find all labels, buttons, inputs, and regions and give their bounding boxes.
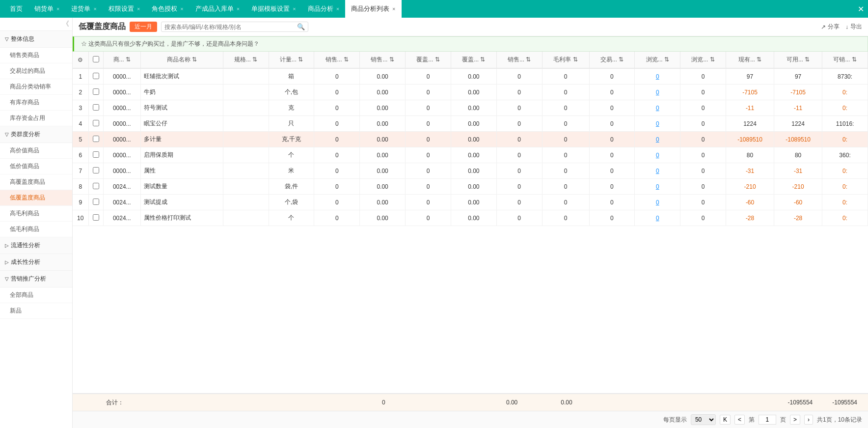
sidebar-item-high-margin[interactable]: 高毛利商品 bbox=[0, 206, 72, 222]
page-size-select[interactable]: 50 20 100 bbox=[691, 414, 716, 425]
nav-analysis-close[interactable]: × bbox=[336, 6, 339, 12]
sidebar-item-low-coverage[interactable]: 低覆盖度商品 bbox=[0, 190, 72, 206]
sidebar-section-overall[interactable]: ▽ 整体信息 bbox=[0, 31, 72, 48]
nav-permissions[interactable]: 权限设置 × bbox=[103, 0, 146, 18]
nav-analysis-list[interactable]: 商品分析列表 × bbox=[345, 0, 401, 18]
row-select-checkbox[interactable] bbox=[93, 136, 99, 142]
col-browse1[interactable]: 浏览... ⇅ bbox=[635, 52, 680, 68]
row-select-checkbox[interactable] bbox=[93, 104, 99, 111]
col-name[interactable]: 商品名称 ⇅ bbox=[140, 52, 223, 68]
row-checkbox[interactable] bbox=[88, 100, 103, 116]
select-all-checkbox[interactable] bbox=[93, 56, 99, 62]
nav-product-entry-close[interactable]: × bbox=[237, 6, 240, 12]
sidebar-item-inventory-capital[interactable]: 库存资金占用 bbox=[0, 111, 72, 126]
col-settings[interactable]: ⚙ bbox=[73, 52, 88, 68]
nav-purchase-close[interactable]: × bbox=[93, 6, 96, 12]
col-unit[interactable]: 计量... ⇅ bbox=[269, 52, 314, 68]
row-browse1[interactable]: 0 bbox=[635, 147, 680, 163]
row-checkbox[interactable] bbox=[88, 116, 103, 132]
nav-role-auth-close[interactable]: × bbox=[180, 6, 183, 12]
row-select-checkbox[interactable] bbox=[93, 73, 99, 79]
export-button[interactable]: ↓ 导出 bbox=[845, 23, 862, 31]
sidebar-item-all-goods[interactable]: 全部商品 bbox=[0, 287, 72, 303]
nav-sales-close[interactable]: × bbox=[56, 6, 59, 12]
col-available[interactable]: 可用... ⇅ bbox=[774, 52, 822, 68]
date-filter-button[interactable]: 近一月 bbox=[130, 22, 157, 32]
row-checkbox[interactable] bbox=[88, 195, 103, 210]
browse-link[interactable]: 0 bbox=[656, 120, 659, 127]
sidebar-item-new-goods[interactable]: 新品 bbox=[0, 303, 72, 319]
sidebar-section-cluster[interactable]: ▽ 类群度分析 bbox=[0, 126, 72, 143]
share-button[interactable]: ↗ 分享 bbox=[821, 23, 840, 31]
close-all-tabs[interactable]: ✕ bbox=[858, 4, 864, 14]
nav-template-settings[interactable]: 单据模板设置 × bbox=[245, 0, 301, 18]
row-select-checkbox[interactable] bbox=[93, 214, 99, 221]
nav-analysis-list-close[interactable]: × bbox=[392, 6, 395, 12]
col-sales-qty[interactable]: 销售... ⇅ bbox=[314, 52, 360, 68]
browse-link[interactable]: 0 bbox=[656, 199, 659, 206]
row-checkbox[interactable] bbox=[88, 68, 103, 85]
row-select-checkbox[interactable] bbox=[93, 151, 99, 158]
row-select-checkbox[interactable] bbox=[93, 120, 99, 126]
col-cover1[interactable]: 覆盖... ⇅ bbox=[406, 52, 451, 68]
browse-link[interactable]: 0 bbox=[656, 183, 659, 190]
nav-home[interactable]: 首页 bbox=[4, 0, 28, 18]
sidebar-item-low-value[interactable]: 低价值商品 bbox=[0, 159, 72, 174]
row-checkbox[interactable] bbox=[88, 179, 103, 195]
sidebar-item-low-margin[interactable]: 低毛利商品 bbox=[0, 222, 72, 237]
browse-link[interactable]: 0 bbox=[656, 215, 659, 222]
row-browse1[interactable]: 0 bbox=[635, 132, 680, 147]
table-container[interactable]: ⚙ 商... ⇅ 商品名称 ⇅ 规格... ⇅ 计量... ⇅ 销售... ⇅ … bbox=[73, 52, 868, 393]
nav-sales[interactable]: 销货单 × bbox=[28, 0, 65, 18]
sidebar-section-growth[interactable]: ▷ 成长性分析 bbox=[0, 254, 72, 271]
browse-link[interactable]: 0 bbox=[656, 168, 659, 174]
col-browse2[interactable]: 浏览... ⇅ bbox=[680, 52, 726, 68]
sidebar-item-in-stock[interactable]: 有库存商品 bbox=[0, 95, 72, 111]
browse-link[interactable]: 0 bbox=[656, 89, 659, 96]
nav-template-close[interactable]: × bbox=[293, 6, 296, 12]
row-select-checkbox[interactable] bbox=[93, 199, 99, 205]
row-browse1[interactable]: 0 bbox=[635, 116, 680, 132]
browse-link[interactable]: 0 bbox=[656, 136, 659, 143]
nav-role-auth[interactable]: 角色授权 × bbox=[146, 0, 189, 18]
col-cover2[interactable]: 覆盖... ⇅ bbox=[451, 52, 496, 68]
row-browse1[interactable]: 0 bbox=[635, 210, 680, 226]
col-spec[interactable]: 规格... ⇅ bbox=[223, 52, 269, 68]
last-page-btn[interactable]: › bbox=[804, 415, 813, 425]
nav-product-analysis[interactable]: 商品分析 × bbox=[302, 0, 345, 18]
row-checkbox[interactable] bbox=[88, 147, 103, 163]
sidebar-item-high-coverage[interactable]: 高覆盖度商品 bbox=[0, 174, 72, 190]
col-sales-amt[interactable]: 销售... ⇅ bbox=[360, 52, 406, 68]
browse-link[interactable]: 0 bbox=[656, 73, 659, 80]
prev-page-btn[interactable]: < bbox=[734, 415, 745, 425]
nav-permissions-close[interactable]: × bbox=[137, 6, 140, 12]
next-page-btn[interactable]: > bbox=[790, 415, 800, 425]
first-page-btn[interactable]: K bbox=[720, 415, 731, 425]
browse-link[interactable]: 0 bbox=[656, 105, 659, 112]
row-checkbox[interactable] bbox=[88, 85, 103, 100]
sidebar-item-high-value[interactable]: 高价值商品 bbox=[0, 143, 72, 159]
sidebar-item-category-turnover[interactable]: 商品分类动销率 bbox=[0, 79, 72, 95]
row-browse1[interactable]: 0 bbox=[635, 163, 680, 179]
col-code[interactable]: 商... ⇅ bbox=[103, 52, 140, 68]
sidebar-collapse-btn[interactable]: 《 bbox=[0, 18, 72, 31]
row-select-checkbox[interactable] bbox=[93, 183, 99, 189]
sidebar-section-marketing[interactable]: ▽ 营销推广分析 bbox=[0, 271, 72, 287]
sidebar-item-traded-goods[interactable]: 交易过的商品 bbox=[0, 63, 72, 79]
page-number-input[interactable] bbox=[759, 415, 776, 425]
row-browse1[interactable]: 0 bbox=[635, 85, 680, 100]
row-browse1[interactable]: 0 bbox=[635, 195, 680, 210]
nav-purchase[interactable]: 进货单 × bbox=[65, 0, 102, 18]
search-input[interactable] bbox=[164, 24, 297, 30]
row-browse1[interactable]: 0 bbox=[635, 68, 680, 85]
browse-link[interactable]: 0 bbox=[656, 152, 659, 159]
col-current[interactable]: 现有... ⇅ bbox=[726, 52, 774, 68]
col-sellable[interactable]: 可销... ⇅ bbox=[822, 52, 868, 68]
sidebar-item-sales-goods[interactable]: 销售类商品 bbox=[0, 48, 72, 63]
row-browse1[interactable]: 0 bbox=[635, 179, 680, 195]
col-gross[interactable]: 毛利率 ⇅ bbox=[542, 52, 589, 68]
col-trade[interactable]: 交易... ⇅ bbox=[589, 52, 635, 68]
row-select-checkbox[interactable] bbox=[93, 88, 99, 95]
row-checkbox[interactable] bbox=[88, 163, 103, 179]
sidebar-section-liquidity[interactable]: ▷ 流通性分析 bbox=[0, 237, 72, 254]
